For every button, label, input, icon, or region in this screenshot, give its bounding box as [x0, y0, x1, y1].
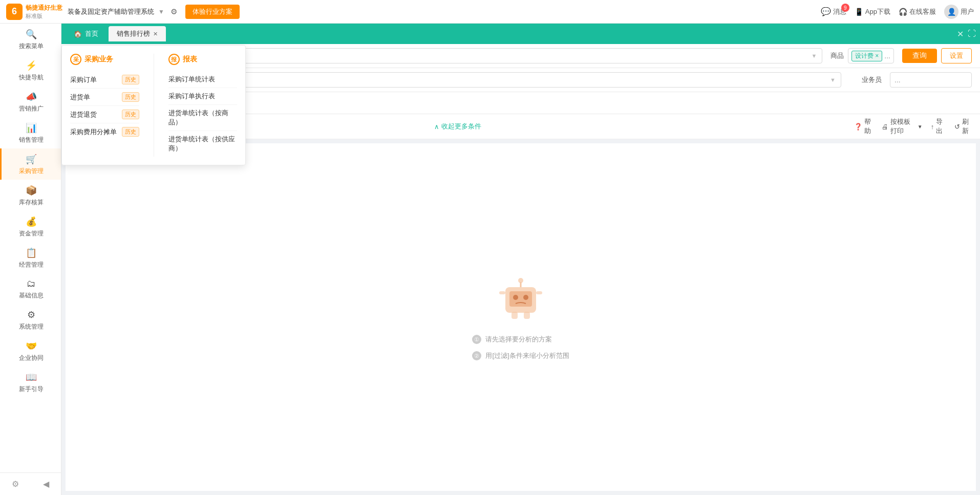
staff-dots: ...: [894, 76, 901, 84]
query-button[interactable]: 查询: [902, 49, 937, 63]
settings-button[interactable]: 设置: [941, 48, 972, 63]
sidebar-item-guide[interactable]: 📖 新手引导: [0, 367, 61, 398]
empty-hint2: ② 用[过滤]条件来缩小分析范围: [472, 349, 569, 362]
hist-badge-2: 历史: [122, 110, 139, 119]
toolbar-actions: ❓ 帮助 🖨 按模板打印 ▼ ↑ 导出 ↺ 刷新: [854, 117, 972, 136]
menu-item-return[interactable]: 进货退货 历史: [70, 106, 139, 123]
svg-rect-9: [524, 312, 530, 319]
svg-point-2: [513, 295, 518, 300]
menu-divider: [154, 54, 154, 157]
sidebar-item-enterprise[interactable]: 🤝 企业协同: [0, 335, 61, 367]
logo-icon: 6: [6, 4, 23, 20]
rank-chevron-icon: ▼: [830, 77, 836, 83]
capital-icon: 💰: [26, 216, 37, 227]
system-arrow-icon[interactable]: ▼: [158, 8, 164, 15]
sidebar-item-sales[interactable]: 📊 销售管理: [0, 117, 61, 148]
sidebar-settings-btn[interactable]: ⚙: [8, 477, 23, 491]
sidebar: 🔍 搜索菜单 ⚡ 快捷导航 📣 营销推广 📊 销售管理 🛒 采购管理 📦 库存核…: [0, 24, 61, 495]
export-btn[interactable]: ↑ 导出: [931, 117, 946, 136]
sidebar-item-basic[interactable]: 🗂 基础信息: [0, 273, 61, 304]
goods-label: 商品: [830, 51, 844, 60]
top-header: 6 畅捷通好生意 标准版 装备及固定资产辅助管理系统 ▼ ⚙ 体验行业方案 💬 …: [0, 0, 980, 24]
sidebar-item-operations[interactable]: 📋 经营管理: [0, 242, 61, 273]
sidebar-item-purchase[interactable]: 🛒 采购管理: [0, 148, 61, 180]
menu-item-report-1[interactable]: 采购订单统计表: [168, 71, 238, 88]
hist-badge-3: 历史: [122, 127, 139, 137]
marketing-icon: 📣: [26, 91, 37, 102]
system-icon: ⚙: [27, 309, 35, 320]
tab-maximize-icon[interactable]: ⛶: [968, 29, 976, 38]
menu-item-purchase-order[interactable]: 采购订单 历史: [70, 71, 139, 89]
logo-area: 6 畅捷通好生意 标准版: [6, 4, 68, 20]
system-gear-icon[interactable]: ⚙: [171, 7, 177, 16]
goods-dots[interactable]: ...: [884, 52, 890, 60]
message-icon-item[interactable]: 💬 9 消息: [821, 7, 846, 16]
tab-close-all-icon[interactable]: ✕: [957, 29, 964, 39]
message-icon: 💬: [821, 7, 831, 16]
user-item[interactable]: 👤 用户: [944, 5, 974, 19]
purchase-dropdown-menu: 采 采购业务 采购订单 历史 进货单 历史 进货退货 历史 采购费用分摊单 历史…: [61, 45, 246, 165]
tab-sales-rank[interactable]: 销售排行榜 ✕: [109, 26, 166, 41]
tab-bar: 🏠 首页 销售排行榜 ✕ ✕ ⛶: [61, 24, 980, 44]
tab-close-icon[interactable]: ✕: [153, 31, 158, 37]
purchase-icon: 🛒: [26, 154, 37, 165]
empty-hint1: ① 请先选择要分析的方案: [472, 333, 569, 346]
help-btn[interactable]: ❓ 帮助: [854, 117, 874, 136]
refresh-btn[interactable]: ↺ 刷新: [954, 117, 972, 136]
operations-icon: 📋: [26, 247, 37, 259]
sidebar-item-search[interactable]: 🔍 搜索菜单: [0, 24, 61, 55]
header-right: 💬 9 消息 📱 App下载 🎧 在线客服 👤 用户: [821, 5, 974, 19]
sidebar-item-marketing[interactable]: 📣 营销推广: [0, 86, 61, 117]
svg-rect-8: [512, 312, 518, 319]
sidebar-bottom: ⚙ ◀: [0, 472, 61, 495]
sidebar-item-inventory[interactable]: 📦 库存核算: [0, 180, 61, 211]
purchase-section-icon: 采: [70, 54, 81, 65]
industry-button[interactable]: 体验行业方案: [185, 5, 240, 19]
app-download-item[interactable]: 📱 App下载: [855, 7, 890, 16]
sidebar-collapse-btn[interactable]: ◀: [39, 477, 53, 491]
header-system: 装备及固定资产辅助管理系统 ▼ ⚙ 体验行业方案: [68, 5, 821, 19]
empty-state: ① 请先选择要分析的方案 ② 用[过滤]条件来缩小分析范围: [66, 143, 976, 491]
menu-item-expense[interactable]: 采购费用分摊单 历史: [70, 123, 139, 140]
staff-filter[interactable]: ...: [890, 72, 972, 88]
sidebar-item-capital[interactable]: 💰 资金管理: [0, 211, 61, 242]
home-icon: 🏠: [74, 30, 82, 38]
svg-point-5: [518, 278, 523, 283]
goods-tag-close-icon[interactable]: ×: [875, 52, 879, 59]
menu-item-incoming[interactable]: 进货单 历史: [70, 89, 139, 106]
action-buttons: 查询 设置: [902, 48, 972, 63]
system-title: 装备及固定资产辅助管理系统: [68, 7, 154, 16]
print-btn[interactable]: 🖨 按模板打印 ▼: [882, 117, 923, 136]
refresh-icon: ↺: [954, 123, 960, 131]
online-service-item[interactable]: 🎧 在线客服: [899, 7, 936, 16]
headset-icon: 🎧: [899, 8, 907, 16]
goods-filter-input[interactable]: 设计费 × ...: [848, 48, 894, 63]
svg-rect-6: [499, 291, 505, 294]
menu-item-report-4[interactable]: 进货单统计表（按供应商）: [168, 131, 238, 157]
export-icon: ↑: [931, 123, 934, 131]
print-dropdown-icon[interactable]: ▼: [918, 124, 923, 130]
menu-item-report-2[interactable]: 采购订单执行表: [168, 88, 238, 105]
sidebar-item-quick[interactable]: ⚡ 快捷导航: [0, 55, 61, 86]
message-badge: 9: [841, 4, 849, 12]
collapse-button[interactable]: ∧ 收起更多条件: [434, 122, 481, 131]
menu-item-report-3[interactable]: 进货单统计表（按商品）: [168, 105, 238, 131]
chevron-up-icon: ∧: [434, 123, 439, 131]
inventory-icon: 📦: [26, 185, 37, 196]
chevron-down-icon: ▼: [811, 53, 817, 59]
basic-icon: 🗂: [27, 278, 36, 289]
phone-icon: 📱: [855, 8, 863, 16]
hist-badge-1: 历史: [122, 92, 139, 102]
svg-rect-1: [509, 291, 532, 307]
search-icon: 🔍: [26, 29, 37, 40]
svg-point-3: [523, 295, 528, 300]
quick-icon: ⚡: [26, 60, 37, 71]
help-icon: ❓: [854, 123, 862, 131]
tab-home[interactable]: 🏠 首页: [66, 26, 106, 41]
doc-status-select[interactable]: ▼: [239, 48, 823, 63]
empty-illustration: [490, 272, 551, 325]
svg-rect-7: [536, 291, 542, 294]
hist-badge-0: 历史: [122, 75, 139, 84]
logo-text: 畅捷通好生意 标准版: [26, 4, 62, 20]
sidebar-item-system[interactable]: ⚙ 系统管理: [0, 304, 61, 335]
